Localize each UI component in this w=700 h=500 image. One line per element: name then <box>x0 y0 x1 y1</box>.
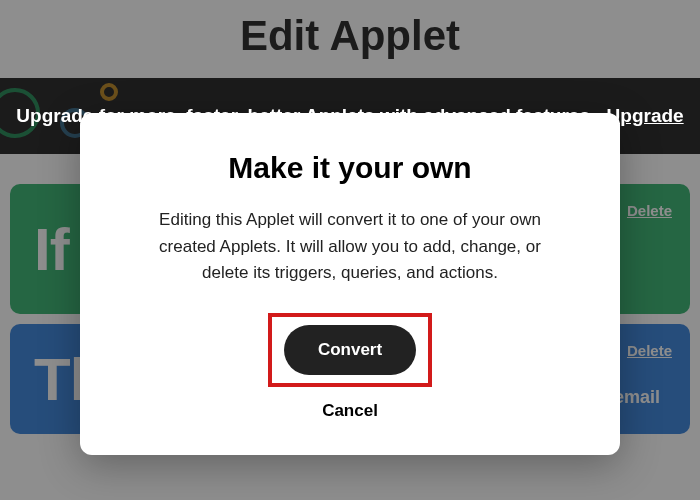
convert-highlight: Convert <box>268 313 432 387</box>
cancel-button[interactable]: Cancel <box>322 401 378 421</box>
modal-body: Editing this Applet will convert it to o… <box>150 207 550 286</box>
modal-title: Make it your own <box>126 151 574 185</box>
modal-overlay: Make it your own Editing this Applet wil… <box>0 0 700 500</box>
upgrade-link[interactable]: Upgrade <box>607 105 684 126</box>
convert-button[interactable]: Convert <box>284 325 416 375</box>
convert-modal: Make it your own Editing this Applet wil… <box>80 113 620 454</box>
banner-text: Upgrade for more, faster, better Applets… <box>16 105 595 126</box>
